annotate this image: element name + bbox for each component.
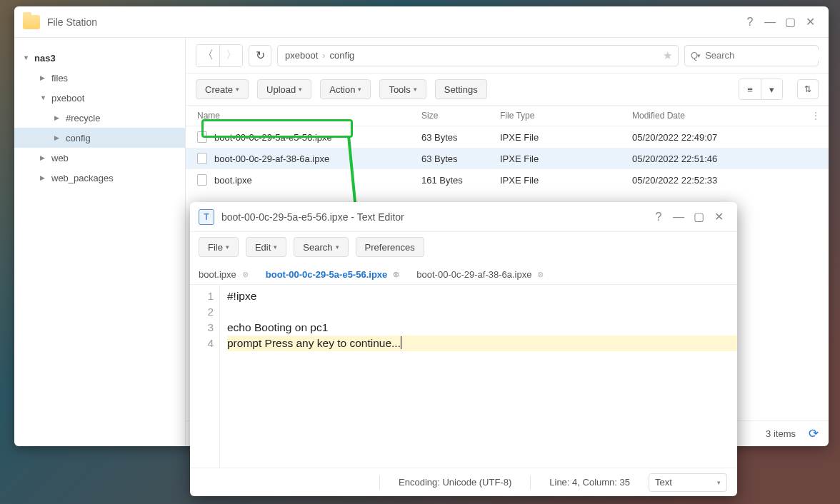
tab-label: boot.ipxe: [199, 269, 236, 280]
code-line: [227, 304, 737, 320]
encoding-status: Encoding: Unicode (UTF-8): [399, 477, 511, 488]
code-line: prompt Press any key to continue...: [227, 336, 737, 351]
table-row[interactable]: boot.ipxe 161 Bytes IPXE File 05/20/2022…: [186, 169, 829, 191]
nav-toolbar: 〈 〉 ↻ pxeboot › config ★ Q▾: [186, 38, 829, 74]
caret-down-icon: ▾: [236, 86, 239, 93]
view-options-button[interactable]: ▾: [761, 79, 782, 99]
tab-close-icon[interactable]: ⊗: [537, 270, 544, 279]
tree-item-files[interactable]: ▶ files: [14, 68, 185, 88]
back-button[interactable]: 〈: [196, 45, 219, 66]
crumb-0[interactable]: pxeboot: [285, 50, 318, 61]
code-editor[interactable]: 1234 #!ipxe echo Booting on pc1 prompt P…: [190, 285, 737, 468]
col-type[interactable]: File Type: [500, 111, 632, 121]
tree-label: web: [51, 153, 69, 163]
settings-button[interactable]: Settings: [435, 79, 487, 99]
action-button[interactable]: Action▾: [320, 79, 371, 99]
close-button[interactable]: ✕: [709, 207, 729, 227]
file-type: IPXE File: [500, 132, 632, 143]
action-toolbar: Create▾ Upload▾ Action▾ Tools▾ Settings …: [186, 74, 829, 105]
maximize-button[interactable]: ▢: [689, 207, 709, 227]
reload-button[interactable]: ↻: [249, 45, 271, 66]
file-modified: 05/20/2022 22:52:33: [632, 175, 829, 186]
minimize-button[interactable]: —: [669, 207, 689, 227]
tree-item-config[interactable]: ▶ config: [14, 128, 185, 148]
help-button[interactable]: ?: [740, 12, 760, 32]
minimize-button[interactable]: —: [760, 12, 780, 32]
file-name: boot.ipxe: [214, 175, 252, 186]
chevron-down-icon: ▼: [40, 94, 47, 101]
file-name: boot-00-0c-29-5a-e5-56.ipxe: [214, 132, 332, 143]
view-list-button[interactable]: ≡: [739, 79, 761, 99]
edit-menu[interactable]: Edit▾: [246, 237, 286, 257]
tree-label: config: [66, 133, 91, 143]
close-button[interactable]: ✕: [800, 12, 820, 32]
caret-down-icon: ▾: [274, 243, 277, 251]
file-type: IPXE File: [500, 153, 632, 164]
table-header: Name Size File Type Modified Date ⋮: [186, 105, 829, 126]
tools-button[interactable]: Tools▾: [379, 79, 426, 99]
col-modified[interactable]: Modified Date: [632, 111, 811, 121]
code-line: #!ipxe: [227, 288, 737, 304]
syntax-mode-select[interactable]: Text ▾: [649, 473, 727, 492]
tree-item-web[interactable]: ▶ web: [14, 148, 185, 168]
crumb-1[interactable]: config: [330, 50, 355, 61]
editor-status-bar: Encoding: Unicode (UTF-8) Line: 4, Colum…: [190, 468, 737, 496]
editor-tab[interactable]: boot-00-0c-29-af-38-6a.ipxe ⊗: [416, 269, 544, 284]
table-row[interactable]: boot-00-0c-29-5a-e5-56.ipxe 63 Bytes IPX…: [186, 126, 829, 148]
sort-button[interactable]: ⇅: [797, 79, 819, 99]
upload-button[interactable]: Upload▾: [257, 79, 311, 99]
line-gutter: 1234: [190, 285, 220, 468]
file-name: boot-00-0c-29-af-38-6a.ipxe: [214, 153, 329, 164]
cursor-position: Line: 4, Column: 35: [549, 477, 630, 488]
nav-back-forward: 〈 〉: [196, 44, 243, 67]
create-button[interactable]: Create▾: [196, 79, 249, 99]
tab-close-icon[interactable]: ⊗: [242, 270, 249, 279]
mode-label: Text: [655, 477, 672, 488]
more-columns-icon[interactable]: ⋮: [811, 111, 823, 121]
table-row[interactable]: boot-00-0c-29-af-38-6a.ipxe 63 Bytes IPX…: [186, 148, 829, 169]
file-modified: 05/20/2022 22:51:46: [632, 153, 829, 164]
chevron-right-icon: ▶: [40, 74, 47, 81]
file-menu[interactable]: File▾: [199, 237, 239, 257]
text-editor-titlebar[interactable]: T boot-00-0c-29-5a-e5-56.ipxe - Text Edi…: [190, 202, 737, 232]
tree-label: pxeboot: [51, 93, 84, 104]
text-editor-icon: T: [199, 209, 214, 225]
caret-down-icon: ▾: [717, 479, 721, 486]
chevron-down-icon: ▼: [23, 54, 30, 61]
col-size[interactable]: Size: [421, 111, 500, 121]
tree-item-webpackages[interactable]: ▶ web_packages: [14, 168, 185, 188]
refresh-button[interactable]: ⟳: [809, 426, 819, 441]
tree-item-recycle[interactable]: ▶ #recycle: [14, 108, 185, 128]
tab-close-icon[interactable]: ⊗: [393, 270, 399, 279]
help-button[interactable]: ?: [649, 207, 669, 227]
caret-down-icon: ▾: [697, 52, 701, 59]
file-icon: [197, 153, 207, 164]
preferences-button[interactable]: Preferences: [356, 237, 424, 257]
caret-down-icon: ▾: [358, 86, 361, 93]
text-editor-window: T boot-00-0c-29-5a-e5-56.ipxe - Text Edi…: [190, 202, 737, 496]
editor-tab[interactable]: boot.ipxe ⊗: [199, 269, 249, 284]
view-mode-group: ≡ ▾: [739, 79, 783, 100]
col-name[interactable]: Name: [186, 111, 421, 121]
chevron-right-icon: ›: [322, 50, 325, 61]
code-area[interactable]: #!ipxe echo Booting on pc1 prompt Press …: [220, 285, 737, 468]
file-station-titlebar[interactable]: File Station ? — ▢ ✕: [14, 6, 829, 38]
caret-down-icon: ▾: [299, 86, 302, 93]
tree-label: #recycle: [66, 113, 100, 124]
search-input[interactable]: [705, 50, 825, 61]
tree-label: files: [51, 73, 68, 84]
forward-button[interactable]: 〉: [219, 45, 242, 66]
chevron-right-icon: ▶: [54, 114, 61, 121]
editor-tab[interactable]: boot-00-0c-29-5a-e5-56.ipxe ⊗: [266, 269, 400, 284]
breadcrumb[interactable]: pxeboot › config ★: [277, 45, 679, 66]
maximize-button[interactable]: ▢: [780, 12, 800, 32]
tree-item-pxeboot[interactable]: ▼ pxeboot: [14, 88, 185, 108]
tree-root-label: nas3: [34, 53, 56, 64]
star-icon[interactable]: ★: [663, 49, 672, 62]
file-icon: [197, 131, 207, 143]
search-box[interactable]: Q▾: [684, 45, 819, 66]
tree-root[interactable]: ▼ nas3: [14, 48, 185, 68]
search-menu[interactable]: Search▾: [294, 237, 348, 257]
item-count: 3 items: [766, 428, 796, 439]
tree-label: web_packages: [51, 173, 114, 183]
